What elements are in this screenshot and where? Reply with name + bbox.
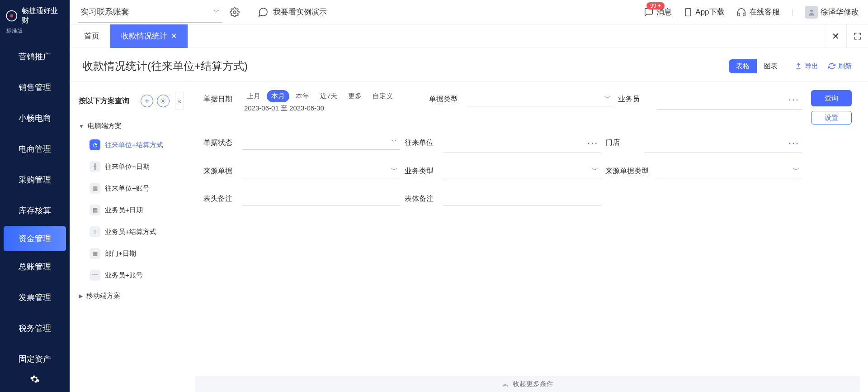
ellipsis-icon: ··· (788, 94, 799, 105)
gear-icon (230, 7, 240, 17)
filter-hdr-remark-label: 表头备注 (203, 190, 242, 208)
filter-partner-label: 往来单位 (405, 134, 443, 152)
sidebar-settings[interactable] (0, 368, 70, 392)
brand-subtitle: 标准版 (0, 27, 70, 41)
sidebar-item-1[interactable]: 销售管理 (0, 72, 70, 103)
gear-icon (160, 98, 166, 104)
scheme-item-3[interactable]: ▤ 业务员+日期 (76, 200, 187, 220)
scheme-item-1[interactable]: ╫ 往来单位+日期 (76, 157, 187, 177)
filter-partner[interactable]: 往来单位 ··· (405, 134, 601, 153)
chip-this-year[interactable]: 本年 (291, 90, 314, 102)
tabs-fullscreen[interactable] (846, 24, 868, 48)
sidebar-item-10[interactable]: 固定资产 (0, 344, 70, 368)
scheme-item-1-label: 往来单位+日期 (105, 163, 150, 171)
chip-this-month[interactable]: 本月 (267, 90, 289, 102)
page-header: 收款情况统计(往来单位+结算方式) 表格 图表 导出 刷新 (70, 48, 868, 81)
sidebar-item-0[interactable]: 营销推广 (0, 41, 70, 72)
chevron-down-icon: ﹀ (592, 166, 598, 174)
tabs-close-all[interactable]: ✕ (825, 24, 846, 48)
date-range: 2023-06-01 至 2023-06-30 (242, 104, 397, 113)
svg-point-1 (10, 14, 13, 18)
gear-icon (30, 374, 40, 384)
scheme-item-2[interactable]: ▥ 往来单位+账号 (76, 178, 187, 198)
account-settings[interactable] (230, 7, 240, 17)
settings-button[interactable]: 设置 (811, 111, 852, 124)
filter-salesman[interactable]: 业务员 ··· (618, 90, 802, 124)
user-icon (807, 8, 816, 16)
scheme-group-pc[interactable]: ▼ 电脑端方案 (76, 117, 187, 135)
scheme-item-6[interactable]: 〰 业务员+账号 (76, 265, 187, 285)
sidebar-item-6[interactable]: 资金管理 (4, 226, 66, 251)
messages-badge: 99 + (646, 2, 665, 10)
scheme-item-4-label: 业务员+结算方式 (105, 228, 156, 236)
scheme-group-mobile[interactable]: ▶ 移动端方案 (76, 287, 187, 305)
sidebar-item-8[interactable]: 发票管理 (0, 282, 70, 313)
scheme-group-mobile-label: 移动端方案 (86, 292, 120, 300)
refresh-button[interactable]: 刷新 (828, 62, 852, 71)
filter-store[interactable]: 门店 ··· (605, 134, 802, 153)
chevron-down-icon: ﹀ (213, 8, 220, 16)
add-scheme-button[interactable] (141, 95, 153, 107)
filter-salesman-label: 业务员 (618, 90, 657, 109)
scheme-item-0[interactable]: ◔ 往来单位+结算方式 (76, 135, 187, 155)
filter-status[interactable]: 单据状态 ﹀ (203, 134, 400, 153)
chip-more[interactable]: 更多 (344, 90, 366, 102)
svg-point-2 (233, 11, 236, 14)
scheme-item-0-label: 往来单位+结算方式 (105, 141, 163, 149)
export-button[interactable]: 导出 (795, 62, 818, 71)
sidebar-item-3[interactable]: 电商管理 (0, 134, 70, 164)
filter-hdr-remark[interactable]: 表头备注 (203, 190, 400, 208)
topbar-actions: 99 + 消息 App下载 在线客服 | 徐泽华修改 (644, 6, 859, 19)
export-icon (795, 62, 802, 70)
sidebar-item-9[interactable]: 税务管理 (0, 313, 70, 344)
scheme-item-4[interactable]: ⫴ 业务员+结算方式 (76, 222, 187, 242)
account-select[interactable]: 实习联系账套 ﹀ (78, 2, 222, 23)
sidebar-item-4[interactable]: 采购管理 (0, 164, 70, 195)
brand: 畅捷通好业财 (0, 0, 70, 27)
caret-right-icon: ▶ (79, 293, 83, 299)
scheme-panel-title: 按以下方案查询 (79, 96, 137, 106)
scheme-settings-button[interactable] (157, 95, 170, 107)
query-button[interactable]: 查询 (811, 90, 852, 106)
filter-source-doc[interactable]: 来源单据 ﹀ (203, 162, 400, 181)
bars-icon: ⫴ (90, 226, 100, 237)
view-table[interactable]: 表格 (729, 59, 757, 73)
filter-biz-type[interactable]: 业务类型 ﹀ (405, 162, 601, 181)
plus-icon (144, 98, 150, 104)
collapse-panel-button[interactable]: « (175, 92, 184, 110)
sidebar-item-7[interactable]: 总账管理 (0, 251, 70, 282)
online-service-button[interactable]: 在线客服 (736, 7, 780, 17)
tab-home[interactable]: 首页 (73, 24, 110, 48)
account-name: 实习联系账套 (80, 6, 129, 17)
filter-biz-type-label: 业务类型 (405, 162, 443, 181)
chip-last-month[interactable]: 上月 (242, 90, 265, 102)
refresh-icon (828, 62, 835, 70)
sidebar-item-5[interactable]: 库存核算 (0, 195, 70, 226)
view-chart[interactable]: 图表 (757, 59, 785, 73)
chevron-down-icon: ﹀ (793, 166, 799, 174)
chevron-down-icon: ﹀ (604, 94, 611, 102)
chip-last-7-days[interactable]: 近7天 (316, 90, 342, 102)
filter-doc-date-label: 单据日期 (203, 90, 242, 109)
chip-custom[interactable]: 自定义 (368, 90, 397, 102)
filter-source-doc-label: 来源单据 (203, 162, 242, 181)
user-menu[interactable]: 徐泽华修改 (805, 6, 859, 19)
avatar (805, 6, 818, 19)
scheme-group-pc-label: 电脑端方案 (88, 122, 122, 130)
app-download-button[interactable]: App下载 (684, 7, 724, 17)
sidebar-item-2[interactable]: 小畅电商 (0, 103, 70, 134)
page-header-actions: 表格 图表 导出 刷新 (729, 59, 852, 73)
filter-src-doc-type[interactable]: 来源单据类型 ﹀ (605, 162, 802, 181)
collapse-conditions-button[interactable]: ︽ 收起更多条件 (195, 376, 860, 392)
view-demo-link[interactable]: 我要看实例演示 (258, 7, 327, 18)
close-icon[interactable]: ✕ (171, 32, 177, 40)
page-title: 收款情况统计(往来单位+结算方式) (82, 59, 729, 73)
tab-report[interactable]: 收款情况统计 ✕ (110, 24, 188, 48)
messages-button[interactable]: 99 + 消息 (644, 7, 672, 17)
filter-doc-type[interactable]: 单据类型 ﹀ (429, 90, 613, 124)
scheme-item-5[interactable]: ▦ 部门+日期 (76, 244, 187, 263)
chevron-down-icon: ﹀ (391, 166, 397, 174)
svg-point-5 (810, 10, 813, 12)
view-demo-label: 我要看实例演示 (273, 7, 327, 17)
filter-body-remark[interactable]: 表体备注 (405, 190, 601, 208)
